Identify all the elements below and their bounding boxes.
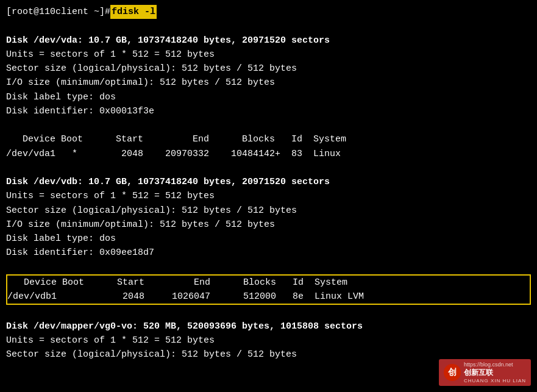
- watermark-content: https://blog.csdn.net 创新互联 CHUANG XIN HU…: [464, 362, 526, 383]
- blank-line-3: [6, 161, 531, 175]
- vda-table-header: Device Boot Start End Blocks Id System: [6, 132, 531, 146]
- vdb-disk-info: Disk /dev/vdb: 10.7 GB, 10737418240 byte…: [6, 175, 531, 189]
- vdb-io-size: I/O size (minimum/optimal): 512 bytes / …: [6, 218, 531, 232]
- vda-units: Units = sectors of 1 * 512 = 512 bytes: [6, 48, 531, 62]
- vda-io-size: I/O size (minimum/optimal): 512 bytes / …: [6, 76, 531, 90]
- vda-identifier: Disk identifier: 0x00013f3e: [6, 104, 531, 118]
- command-text: fdisk -l: [110, 5, 157, 19]
- prompt-text: [root@110client ~]#: [6, 5, 110, 19]
- blank-line-4: [6, 260, 531, 274]
- vdb-partition-row: /dev/vdb1 2048 1026047 512000 8e Linux L…: [7, 290, 530, 304]
- vdb-label-type: Disk label type: dos: [6, 232, 531, 246]
- blank-line-1: [6, 19, 531, 33]
- watermark-sublabel: CHUANG XIN HU LIAN: [464, 378, 526, 383]
- terminal-window: [root@110client ~]# fdisk -l Disk /dev/v…: [0, 0, 537, 392]
- watermark: 创 https://blog.csdn.net 创新互联 CHUANG XIN …: [439, 359, 531, 386]
- watermark-label: 创新互联: [464, 368, 526, 378]
- blank-line-2: [6, 118, 531, 132]
- vdb-sector-size: Sector size (logical/physical): 512 byte…: [6, 204, 531, 218]
- vda-sector-size: Sector size (logical/physical): 512 byte…: [6, 62, 531, 76]
- prompt-line: [root@110client ~]# fdisk -l: [6, 5, 531, 19]
- mapper-units: Units = sectors of 1 * 512 = 512 bytes: [6, 333, 531, 347]
- vdb-table-header: Device Boot Start End Blocks Id System: [7, 276, 530, 290]
- vda-disk-info: Disk /dev/vda: 10.7 GB, 10737418240 byte…: [6, 34, 531, 48]
- vdb-units: Units = sectors of 1 * 512 = 512 bytes: [6, 189, 531, 203]
- vda-label-type: Disk label type: dos: [6, 90, 531, 104]
- watermark-site: https://blog.csdn.net: [464, 362, 526, 368]
- vda-partition-row: /dev/vda1 * 2048 20970332 10484142+ 83 L…: [6, 147, 531, 161]
- vdb-highlighted-section: Device Boot Start End Blocks Id System /…: [6, 274, 531, 305]
- mapper-disk-info: Disk /dev/mapper/vg0-vo: 520 MB, 5200936…: [6, 319, 531, 333]
- vdb-identifier: Disk identifier: 0x09ee18d7: [6, 246, 531, 260]
- blank-line-5: [6, 305, 531, 319]
- watermark-icon: 创: [444, 364, 461, 381]
